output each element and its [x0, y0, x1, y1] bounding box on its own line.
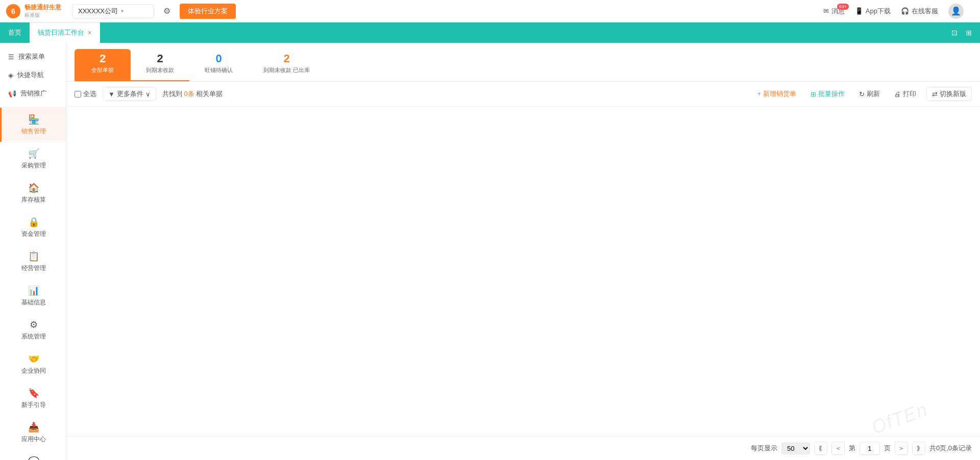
stat-label-all: 全部单据 — [91, 66, 114, 74]
system-icon: ⚙ — [30, 319, 38, 330]
header-right: ✉ 消息 99+ 📱 App下载 🎧 在线客服 👤 — [823, 4, 974, 19]
found-text: 共找到 0条 相关单据 — [162, 89, 223, 99]
search-menu-icon: ☰ — [8, 53, 14, 61]
select-all-input[interactable] — [75, 91, 81, 98]
logo-text: 畅捷通好生意 标准版 — [24, 3, 61, 19]
company-name: XXXXXX公司 — [78, 7, 118, 16]
sidebar-item-app-center[interactable]: 📥 应用中心 — [0, 416, 66, 450]
sidebar-item-basic-info[interactable]: 📊 基础信息 — [0, 279, 66, 313]
pagination: 每页显示 50 100 200 ⟪ ＜ 第 页 ＞ ⟫ 共0页,0条记录 — [66, 436, 980, 460]
toolbar: 全选 ▼ 更多条件 ∨ 共找到 0条 相关单据 + 新增销货单 ⊞ 批量操作 — [66, 82, 980, 107]
stat-tab-all[interactable]: 2 全部单据 — [75, 49, 131, 81]
operation-icon: 📋 — [28, 251, 39, 262]
stat-count-overdue: 2 — [157, 53, 163, 64]
refresh-button[interactable]: ↻ 刷新 — [855, 87, 884, 101]
stat-count-pending: 0 — [215, 53, 222, 64]
tab-close-icon[interactable]: ✕ — [87, 30, 92, 36]
refresh-icon: ↻ — [859, 90, 865, 98]
toolbar-right: + 新增销货单 ⊞ 批量操作 ↻ 刷新 🖨 打印 ⇄ 切换新版 — [751, 87, 972, 101]
prev-page-button[interactable]: ＜ — [831, 442, 845, 455]
phone-icon: 📱 — [855, 7, 863, 15]
sidebar-item-marketing[interactable]: 📢 营销推广 — [4, 85, 62, 102]
guide-icon: 🔖 — [28, 388, 39, 399]
message-icon: ✉ — [823, 7, 829, 15]
top-header: 6 畅捷通好生意 标准版 XXXXXX公司 ▾ ⚙ 体验行业方案 ✉ 消息 99… — [0, 0, 980, 22]
page-label: 第 — [849, 444, 855, 453]
more-filter-button[interactable]: ▼ 更多条件 ∨ — [103, 87, 156, 101]
sidebar-item-enterprise-wechat[interactable]: 💬 企业微信 — [0, 450, 66, 460]
page-label-2: 页 — [884, 444, 891, 453]
enterprise-coop-icon: 🤝 — [28, 353, 39, 365]
tab-expand-icon[interactable]: ⊞ — [964, 27, 974, 39]
purchase-icon: 🛒 — [28, 148, 39, 159]
tab-minimize-icon[interactable]: ⊡ — [949, 27, 960, 39]
online-service-button[interactable]: 🎧 在线客服 — [901, 7, 938, 16]
enterprise-wechat-icon: 💬 — [28, 456, 39, 460]
logo-icon: 6 — [6, 4, 20, 18]
sidebar-item-system[interactable]: ⚙ 系统管理 — [0, 313, 66, 347]
company-selector[interactable]: XXXXXX公司 ▾ — [72, 4, 154, 18]
sidebar-item-purchase[interactable]: 🛒 采购管理 — [0, 142, 66, 176]
print-icon: 🖨 — [894, 90, 901, 98]
sidebar-item-guide[interactable]: 🔖 新手引导 — [0, 381, 66, 416]
stat-tab-pending[interactable]: 0 旺铺待确认 — [189, 49, 248, 81]
settings-icon[interactable]: ⚙ — [159, 4, 175, 19]
batch-operation-button[interactable]: ⊞ 批量操作 — [806, 87, 849, 101]
next-page-button[interactable]: ＞ — [895, 442, 908, 455]
sidebar-item-operation[interactable]: 📋 经营管理 — [0, 245, 66, 279]
stat-label-overdue: 到期未收款 — [146, 66, 174, 74]
sidebar-item-inventory[interactable]: 🏠 库存核算 — [0, 176, 66, 210]
tab-home[interactable]: 首页 — [0, 22, 30, 43]
content-area: 2 全部单据 2 到期未收款 0 旺铺待确认 2 到期未收款 已出库 全选 — [66, 43, 980, 460]
sidebar-item-sales[interactable]: 🏪 销售管理 — [0, 108, 66, 142]
first-page-button[interactable]: ⟪ — [814, 442, 827, 455]
stat-count-all: 2 — [100, 53, 106, 64]
tab-daily-work[interactable]: 钱货日清工作台 ✕ — [30, 22, 100, 43]
sidebar-item-quick-nav[interactable]: ◈ 快捷导航 — [4, 66, 62, 84]
tab-controls: ⊡ ⊞ — [949, 27, 980, 39]
app-download-button[interactable]: 📱 App下载 — [855, 7, 891, 16]
headset-icon: 🎧 — [901, 7, 909, 15]
tab-bar: 首页 钱货日清工作台 ✕ ⊡ ⊞ — [0, 22, 980, 43]
message-button[interactable]: ✉ 消息 99+ — [823, 7, 845, 16]
filter-icon: ▼ — [108, 90, 115, 98]
avatar[interactable]: 👤 — [948, 4, 964, 19]
sidebar-item-enterprise-coop[interactable]: 🤝 企业协同 — [0, 347, 66, 381]
sidebar-item-search-menu[interactable]: ☰ 搜索菜单 — [4, 48, 62, 65]
marketing-icon: 📢 — [8, 90, 16, 98]
main-layout: ☰ 搜索菜单 ◈ 快捷导航 📢 营销推广 🏪 销售管理 🛒 采购管理 🏠 库存核… — [0, 43, 980, 460]
per-page-select[interactable]: 50 100 200 — [781, 443, 810, 454]
stat-tab-unshipped[interactable]: 2 到期未收款 已出库 — [248, 49, 325, 81]
print-button[interactable]: 🖨 打印 — [890, 87, 920, 101]
select-all-checkbox[interactable]: 全选 — [75, 89, 96, 99]
inventory-icon: 🏠 — [28, 182, 39, 193]
finance-icon: 🔒 — [28, 216, 39, 228]
company-dropdown-icon: ▾ — [121, 8, 124, 14]
stats-tabs: 2 全部单据 2 到期未收款 0 旺铺待确认 2 到期未收款 已出库 — [66, 43, 980, 82]
switch-version-button[interactable]: ⇄ 切换新版 — [926, 87, 972, 101]
sidebar-top: ☰ 搜索菜单 ◈ 快捷导航 📢 营销推广 — [0, 43, 66, 108]
new-sales-order-button[interactable]: + 新增销货单 — [751, 87, 800, 101]
quick-nav-icon: ◈ — [8, 71, 13, 79]
last-page-button[interactable]: ⟫ — [912, 442, 925, 455]
stat-label-unshipped: 到期未收款 已出库 — [263, 66, 310, 74]
table-area — [66, 107, 980, 436]
stat-label-pending: 旺铺待确认 — [205, 66, 233, 74]
app-center-icon: 📥 — [28, 422, 39, 433]
sidebar: ☰ 搜索菜单 ◈ 快捷导航 📢 营销推广 🏪 销售管理 🛒 采购管理 🏠 库存核… — [0, 43, 66, 460]
per-page-label: 每页显示 — [751, 444, 777, 453]
sidebar-item-finance[interactable]: 🔒 资金管理 — [0, 210, 66, 245]
filter-dropdown-icon: ∨ — [145, 90, 151, 98]
logo-area: 6 畅捷通好生意 标准版 — [6, 3, 72, 19]
try-industry-button[interactable]: 体验行业方案 — [180, 4, 236, 19]
total-records: 共0页,0条记录 — [929, 444, 972, 453]
message-badge: 99+ — [837, 4, 849, 10]
sales-icon: 🏪 — [28, 114, 39, 125]
batch-icon: ⊞ — [811, 90, 816, 98]
switch-icon: ⇄ — [932, 90, 938, 98]
basic-info-icon: 📊 — [28, 285, 39, 296]
page-input[interactable] — [860, 442, 880, 455]
stat-tab-overdue[interactable]: 2 到期未收款 — [131, 49, 189, 81]
stat-count-unshipped: 2 — [283, 53, 289, 64]
